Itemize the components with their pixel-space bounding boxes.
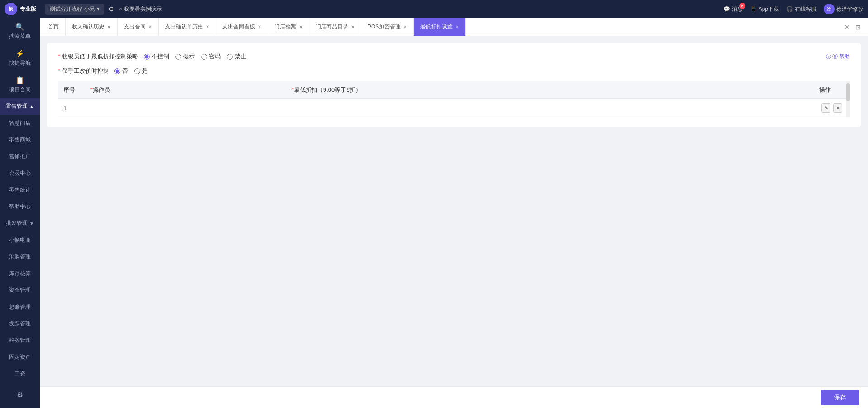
- sidebar-item-wholesale[interactable]: 批发管理 ▼: [0, 215, 40, 232]
- close-expense-confirm-icon[interactable]: ✕: [206, 24, 209, 29]
- expand-arrow-icon: ▲: [29, 104, 34, 109]
- sidebar-item-purchase[interactable]: 采购管理: [0, 249, 40, 265]
- required-mark-operator: *: [90, 86, 93, 93]
- sidebar-settings-icon[interactable]: ⚙: [17, 386, 23, 403]
- close-pos-encryption-icon[interactable]: ✕: [403, 24, 407, 29]
- field2-label: 仅手工改价时控制: [58, 67, 109, 75]
- sidebar-label-quicknav: 快捷导航: [9, 59, 31, 67]
- headset-icon: 🎧: [786, 6, 793, 12]
- sidebar-item-marketing[interactable]: 营销推广: [0, 148, 40, 165]
- contract-icon: 📋: [15, 76, 24, 84]
- sidebar-item-payroll[interactable]: 工资: [0, 366, 40, 382]
- tab-expense-confirm-history[interactable]: 支出确认单历史 ✕: [159, 18, 216, 36]
- radio-no-control[interactable]: 不控制: [144, 52, 169, 61]
- sidebar-item-retail-stats[interactable]: 零售统计: [0, 182, 40, 198]
- retail-mall-label: 零售商城: [9, 136, 31, 144]
- ecommerce-label: 小畅电商: [9, 236, 31, 244]
- close-tab-button[interactable]: ✕: [843, 23, 852, 32]
- field1-label: 收银员低于最低折扣控制策略: [58, 52, 138, 61]
- close-min-discount-icon[interactable]: ✕: [455, 24, 459, 29]
- sidebar-item-inventory[interactable]: 库存核算: [0, 265, 40, 282]
- sidebar-item-help[interactable]: 帮助中心: [0, 198, 40, 215]
- table-scrollbar[interactable]: [846, 81, 850, 117]
- messages-button[interactable]: 💬 8 消息: [723, 5, 742, 13]
- help-link[interactable]: ⓘ ⓪ 帮助: [826, 53, 850, 61]
- tab-min-discount[interactable]: 最低折扣设置 ✕: [414, 18, 466, 36]
- sidebar-item-ledger[interactable]: 总账管理: [0, 299, 40, 315]
- smart-store-label: 智慧门店: [9, 119, 31, 127]
- close-expense-contract-icon[interactable]: ✕: [148, 24, 152, 29]
- radio-yes-label: 是: [142, 67, 148, 75]
- ledger-label: 总账管理: [9, 303, 31, 311]
- sidebar-item-ecommerce[interactable]: 小畅电商: [0, 232, 40, 249]
- search-icon: 🔍: [15, 23, 24, 31]
- tab-expense-board[interactable]: 支出合同看板 ✕: [216, 18, 268, 36]
- radio-forbidden-input[interactable]: [227, 54, 233, 60]
- close-income-history-icon[interactable]: ✕: [107, 24, 111, 29]
- app-logo: 畅 专业版: [5, 3, 41, 15]
- close-store-files-icon[interactable]: ✕: [299, 24, 302, 29]
- radio-password-input[interactable]: [201, 54, 207, 60]
- tax-label: 税务管理: [9, 337, 31, 344]
- topbar: 畅 专业版 测试分开流程-小兄 ▾ ⚙ ○ 我要看实例演示 💬 8 消息 📱 A…: [0, 0, 868, 18]
- cell-operator: [85, 99, 286, 117]
- radio-forbidden[interactable]: 禁止: [227, 52, 246, 61]
- sidebar-item-invoice[interactable]: 发票管理: [0, 315, 40, 332]
- sidebar-item-assets[interactable]: 固定资产: [0, 349, 40, 366]
- tab-store-products[interactable]: 门店商品目录 ✕: [309, 18, 361, 36]
- radio-password-label: 密码: [209, 52, 221, 61]
- sidebar: 🔍 搜索菜单 ⚡ 快捷导航 📋 项目合同 零售管理 ▲ 智慧门店 零售商城 营销…: [0, 18, 40, 408]
- project-selector[interactable]: 测试分开流程-小兄 ▾: [45, 4, 104, 15]
- tab-income-history[interactable]: 收入确认历史 ✕: [66, 18, 118, 36]
- radio-password[interactable]: 密码: [201, 52, 221, 61]
- more-tabs-button[interactable]: ⊡: [854, 23, 863, 32]
- radio-yes[interactable]: 是: [134, 67, 148, 75]
- settings-icon[interactable]: ⚙: [108, 5, 114, 13]
- col-header-seq: 序号: [58, 81, 85, 99]
- online-service-button[interactable]: 🎧 在线客服: [786, 5, 816, 13]
- sidebar-item-retail-mall[interactable]: 零售商城: [0, 131, 40, 148]
- delete-row-button[interactable]: ✕: [833, 103, 842, 113]
- main-layout: 🔍 搜索菜单 ⚡ 快捷导航 📋 项目合同 零售管理 ▲ 智慧门店 零售商城 营销…: [0, 18, 868, 408]
- close-expense-board-icon[interactable]: ✕: [258, 24, 261, 29]
- retail-stats-label: 零售统计: [9, 186, 31, 194]
- tab-pos-encryption[interactable]: POS加密管理 ✕: [361, 18, 414, 36]
- app-download-label: App下载: [759, 5, 779, 13]
- edit-row-button[interactable]: ✎: [821, 103, 830, 113]
- sidebar-item-smart-store[interactable]: 智慧门店: [0, 115, 40, 131]
- sidebar-item-funds[interactable]: 资金管理: [0, 282, 40, 299]
- purchase-label: 采购管理: [9, 253, 31, 261]
- radio-no[interactable]: 否: [114, 67, 128, 75]
- tab-expense-contract-label: 支出合同: [124, 23, 146, 31]
- retail-label: 零售管理: [6, 103, 28, 110]
- radio-yes-input[interactable]: [134, 68, 140, 74]
- funds-label: 资金管理: [9, 286, 31, 294]
- app-download-button[interactable]: 📱 App下载: [750, 5, 779, 13]
- radio-prompt[interactable]: 提示: [175, 52, 195, 61]
- save-button[interactable]: 保存: [821, 390, 859, 405]
- sidebar-bottom: ⚙: [17, 386, 23, 408]
- tab-pos-encryption-label: POS加密管理: [368, 23, 401, 31]
- sidebar-item-membership[interactable]: 会员中心: [0, 165, 40, 182]
- tab-home[interactable]: 首页: [42, 18, 66, 36]
- payroll-label: 工资: [14, 370, 25, 378]
- tab-expense-contract[interactable]: 支出合同 ✕: [118, 18, 159, 36]
- radio-no-control-input[interactable]: [144, 54, 150, 60]
- close-store-products-icon[interactable]: ✕: [351, 24, 354, 29]
- demo-link[interactable]: ○ 我要看实例演示: [119, 5, 162, 13]
- topbar-right: 💬 8 消息 📱 App下载 🎧 在线客服 徐 徐泽华修改: [723, 4, 863, 14]
- tab-store-files[interactable]: 门店档案 ✕: [268, 18, 309, 36]
- sidebar-item-contract[interactable]: 📋 项目合同: [0, 71, 40, 98]
- sidebar-item-retail[interactable]: 零售管理 ▲: [0, 98, 40, 115]
- radio-no-input[interactable]: [114, 68, 120, 74]
- radio-prompt-input[interactable]: [175, 54, 181, 60]
- sidebar-item-tax[interactable]: 税务管理: [0, 332, 40, 349]
- wholesale-label: 批发管理: [6, 220, 28, 227]
- tab-store-products-label: 门店商品目录: [316, 23, 348, 31]
- form-row-1: 收银员低于最低折扣控制策略 不控制 提示 密码: [58, 52, 850, 61]
- sidebar-item-search[interactable]: 🔍 搜索菜单: [0, 18, 40, 45]
- user-info-button[interactable]: 徐 徐泽华修改: [824, 4, 863, 14]
- sidebar-label-contract: 项目合同: [9, 86, 31, 94]
- sidebar-item-quicknav[interactable]: ⚡ 快捷导航: [0, 45, 40, 71]
- download-icon: 📱: [750, 6, 757, 12]
